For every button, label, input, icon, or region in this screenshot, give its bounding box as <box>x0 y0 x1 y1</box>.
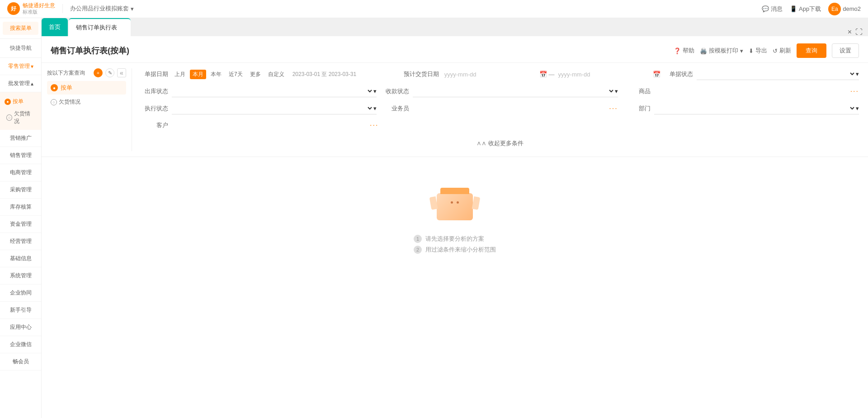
sidebar-item-retail-label: 零售管理 <box>8 62 30 70</box>
empty-box-face <box>451 201 459 204</box>
sidebar-sub-item-order[interactable]: ● 按单 <box>3 95 38 108</box>
outbound-select[interactable]: ▾ <box>172 86 377 97</box>
date-tab-this-month[interactable]: 本月 <box>190 70 206 79</box>
collection-dropdown[interactable] <box>413 87 614 95</box>
date-tab-last-month[interactable]: 上月 <box>172 70 188 79</box>
tab-bar-right: × ⛶ <box>842 28 868 36</box>
settings-button[interactable]: 设置 <box>832 43 859 58</box>
filter-field-department: 部门 ▾ <box>623 103 859 114</box>
expected-date-from-icon[interactable]: 📅 <box>539 71 547 78</box>
tab-close-icon[interactable]: × <box>120 24 123 31</box>
search-button[interactable]: 查询 <box>797 43 826 58</box>
sidebar-item-purchase-label: 采购管理 <box>10 186 32 193</box>
outbound-dropdown[interactable] <box>172 87 373 95</box>
sidebar-item-appstore[interactable]: 应用中心 <box>0 319 41 336</box>
sidebar-item-sales[interactable]: 销售管理 <box>0 147 41 164</box>
sidebar-sub-item-backorder[interactable]: ○ 欠货情况 <box>3 108 38 127</box>
expected-date-from[interactable] <box>443 69 538 80</box>
sidebar-item-operations[interactable]: 经营管理 <box>0 233 41 250</box>
top-bar-left: 好 畅捷通好生意 标准版 办公用品行业模拟账套 ▾ <box>7 2 134 15</box>
collapse-more-button[interactable]: ∧∧ 收起更多条件 <box>141 136 859 151</box>
customer-dots[interactable]: ··· <box>370 121 378 129</box>
bill-status-select[interactable]: ▾ <box>697 68 859 80</box>
add-scheme-button[interactable]: + <box>94 68 103 77</box>
industry-selector[interactable]: 办公用品行业模拟账套 ▾ <box>70 5 134 13</box>
goods-dots[interactable]: ··· <box>850 87 859 95</box>
tab-sales-order[interactable]: 销售订单执行表 × <box>69 18 131 36</box>
collection-select[interactable]: ▾ <box>413 86 618 97</box>
sidebar-item-wechat-label: 企业微信 <box>10 341 32 347</box>
sidebar-item-retail[interactable]: 零售管理 ▾ <box>0 58 41 75</box>
sidebar-item-appstore-label: 应用中心 <box>10 324 32 330</box>
date-tab-this-year[interactable]: 本年 <box>208 70 224 79</box>
logo-icon: 好 <box>7 2 20 15</box>
sidebar-item-system[interactable]: 系统管理 <box>0 267 41 285</box>
date-tab-7days[interactable]: 近7天 <box>226 70 245 79</box>
tab-bar: 首页 销售订单执行表 × × ⛶ <box>42 18 868 36</box>
date-range-display: 2023-03-01 至 2023-03-31 <box>292 71 356 78</box>
bill-status-dropdown[interactable] <box>697 70 856 78</box>
collection-label: 收款状态 <box>382 87 409 95</box>
date-tabs: 上月 本月 本年 近7天 更多 自定义 <box>172 70 287 79</box>
app-download-action[interactable]: 📱 App下载 <box>790 5 821 13</box>
chevron-up-icon: ▴ <box>31 81 33 87</box>
collapse-button[interactable]: « <box>117 68 126 77</box>
salesperson-input[interactable] <box>413 104 605 114</box>
sidebar-item-basics-label: 基础信息 <box>10 255 32 261</box>
logo-text-area: 畅捷通好生意 标准版 <box>23 2 55 15</box>
sidebar-item-newbie[interactable]: 新手引导 <box>0 302 41 319</box>
sidebar-item-enterprise-label: 企业协同 <box>10 290 32 296</box>
sidebar-item-purchase[interactable]: 采购管理 <box>0 181 41 199</box>
sidebar-item-member[interactable]: 畅会员 <box>0 353 41 370</box>
expected-date-label: 预计交货日期 <box>404 70 439 78</box>
export-button[interactable]: ⬇ 导出 <box>749 47 767 55</box>
message-label: 消息 <box>771 5 783 13</box>
customer-input[interactable] <box>172 120 366 130</box>
help-button[interactable]: ❓ 帮助 <box>674 47 694 55</box>
user-area[interactable]: Ea demo2 <box>828 3 861 15</box>
department-dropdown[interactable] <box>654 104 856 112</box>
export-icon: ⬇ <box>749 48 754 54</box>
expected-date-to-icon[interactable]: 📅 <box>653 71 660 78</box>
edit-scheme-button[interactable]: ✎ <box>105 68 114 77</box>
collapse-icon: ∧∧ <box>476 140 486 147</box>
quick-nav-button[interactable]: 快捷导航 <box>3 43 38 54</box>
sidebar-quick-nav: 快捷导航 <box>0 39 41 58</box>
sidebar-item-basics[interactable]: 基础信息 <box>0 250 41 267</box>
tab-bar-close-icon[interactable]: × <box>848 28 852 36</box>
outbound-label: 出库状态 <box>141 87 168 95</box>
tab-home[interactable]: 首页 <box>42 18 68 36</box>
execution-dropdown[interactable] <box>172 104 373 112</box>
refresh-button[interactable]: ↺ 刷新 <box>773 47 791 55</box>
scheme-icon: ● <box>51 84 58 91</box>
main-layout: 搜索菜单 快捷导航 零售管理 ▾ 批发管理 ▴ ● 按单 <box>0 18 868 418</box>
sidebar-item-inventory-label: 库存核算 <box>10 204 32 210</box>
sidebar-item-marketing[interactable]: 营销推广 <box>0 130 41 147</box>
search-menu-button[interactable]: 搜索菜单 <box>3 22 38 35</box>
execution-select[interactable]: ▾ <box>172 103 377 114</box>
message-icon: 💬 <box>762 5 769 12</box>
date-tab-custom[interactable]: 自定义 <box>265 70 287 79</box>
department-select[interactable]: ▾ <box>654 103 859 114</box>
sidebar-item-finance[interactable]: 资金管理 <box>0 216 41 233</box>
collapse-label: 收起更多条件 <box>488 140 524 147</box>
filter-row-2: 出库状态 ▾ 收款状态 <box>141 86 859 97</box>
refresh-label: 刷新 <box>779 47 791 55</box>
sidebar-item-ecommerce[interactable]: 电商管理 <box>0 164 41 181</box>
filter-left-header: 按以下方案查询 + ✎ « <box>47 68 126 77</box>
tab-bar-expand-icon[interactable]: ⛶ <box>855 28 863 36</box>
scheme-sub-backorder[interactable]: ○ 欠货情况 <box>47 96 126 108</box>
sidebar-item-inventory[interactable]: 库存核算 <box>0 199 41 216</box>
message-action[interactable]: 💬 消息 <box>762 5 783 13</box>
print-button[interactable]: 🖨️ 按模板打印 ▾ <box>700 47 743 55</box>
date-tab-more[interactable]: 更多 <box>247 70 264 79</box>
sidebar-item-wholesale[interactable]: 批发管理 ▴ <box>0 75 41 92</box>
bill-status-label: 单据状态 <box>666 70 693 78</box>
goods-input[interactable] <box>654 86 847 97</box>
sidebar-item-enterprise[interactable]: 企业协同 <box>0 285 41 302</box>
salesperson-dots[interactable]: ··· <box>609 104 618 113</box>
refresh-icon: ↺ <box>773 48 778 54</box>
scheme-item-order[interactable]: ● 按单 <box>47 81 126 95</box>
expected-date-to[interactable] <box>557 69 651 80</box>
sidebar-item-wechat[interactable]: 企业微信 <box>0 336 41 353</box>
